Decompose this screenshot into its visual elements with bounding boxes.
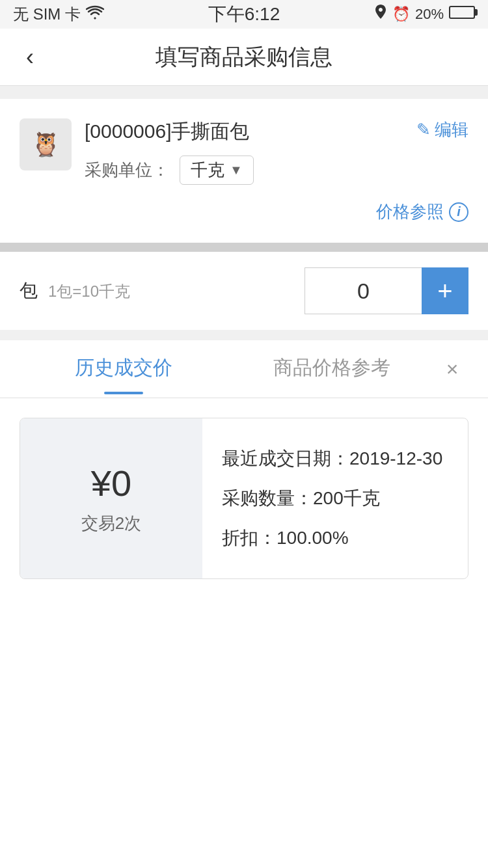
tabs-container: 历史成交价 商品价格参考 × [0, 340, 488, 398]
unit-value: 千克 [191, 159, 224, 182]
edit-button[interactable]: ✎ 编辑 [416, 118, 468, 141]
price-right-panel: 最近成交日期：2019-12-30 采购数量：200千克 折扣：100.00% [202, 418, 468, 578]
wifi-icon [86, 5, 104, 23]
trade-count: 交易2次 [81, 512, 141, 535]
purchase-qty-row: 采购数量：200千克 [222, 484, 448, 513]
product-image: 🦉 [20, 118, 72, 170]
status-time: 下午6:12 [208, 2, 280, 27]
purchase-qty-label: 采购数量： [222, 488, 313, 508]
price-amount: ¥0 [91, 462, 131, 504]
quantity-main-label: 包 [20, 278, 38, 303]
edit-icon: ✎ [416, 120, 431, 140]
page-title: 填写商品采购信息 [156, 42, 332, 72]
recent-date-row: 最近成交日期：2019-12-30 [222, 444, 448, 474]
currency-symbol: ¥ [91, 463, 111, 504]
tab-reference[interactable]: 商品价格参考 [228, 355, 436, 384]
price-left-panel: ¥0 交易2次 [20, 418, 202, 578]
unit-selector[interactable]: 千克 ▼ [180, 156, 254, 185]
product-left: 🦉 [0000006]手撕面包 采购单位： 千克 ▼ [20, 118, 254, 185]
info-icon: i [449, 202, 468, 222]
unit-dropdown-arrow: ▼ [230, 163, 243, 178]
recent-date-label: 最近成交日期： [222, 448, 349, 468]
unit-label: 采购单位： [85, 159, 169, 182]
status-right: ⏰ 20% [374, 5, 475, 24]
purchase-qty-value: 200千克 [313, 488, 380, 508]
quantity-label: 包 1包=10千克 [20, 278, 130, 303]
product-thumbnail: 🦉 [31, 131, 61, 158]
tab-history[interactable]: 历史成交价 [20, 355, 228, 384]
battery-percent: 20% [415, 6, 444, 23]
history-content: ¥0 交易2次 最近成交日期：2019-12-30 采购数量：200千克 折扣：… [0, 398, 488, 599]
product-card: 🦉 [0000006]手撕面包 采购单位： 千克 ▼ ✎ 编辑 价格参照 i [0, 99, 488, 243]
quantity-plus-button[interactable]: + [422, 267, 468, 314]
section-divider [0, 243, 488, 252]
location-icon [374, 5, 387, 24]
quantity-sub-label: 1包=10千克 [48, 281, 130, 302]
tab-close-button[interactable]: × [436, 353, 468, 385]
recent-date-value: 2019-12-30 [349, 448, 442, 468]
quantity-input[interactable] [305, 267, 422, 314]
price-ref-row: 价格参照 i [20, 200, 468, 223]
quantity-controls: + [305, 267, 468, 314]
price-ref-button[interactable]: 价格参照 i [376, 200, 468, 223]
price-card: ¥0 交易2次 最近成交日期：2019-12-30 采购数量：200千克 折扣：… [20, 418, 468, 579]
product-unit-row: 采购单位： 千克 ▼ [85, 156, 254, 185]
edit-label: 编辑 [435, 118, 468, 141]
tab-reference-label: 商品价格参考 [273, 357, 390, 378]
alarm-icon: ⏰ [392, 6, 410, 23]
quantity-row: 包 1包=10千克 + [0, 252, 488, 330]
discount-value: 100.00% [277, 528, 349, 548]
discount-row: 折扣：100.00% [222, 524, 448, 553]
tab-history-label: 历史成交价 [75, 357, 172, 378]
product-info: [0000006]手撕面包 采购单位： 千克 ▼ [85, 118, 254, 185]
battery-icon [449, 6, 475, 23]
discount-label: 折扣： [222, 528, 277, 548]
status-bar: 无 SIM 卡 下午6:12 ⏰ 20% [0, 0, 488, 29]
tabs-header: 历史成交价 商品价格参考 × [0, 340, 488, 398]
sim-label: 无 SIM 卡 [13, 4, 81, 25]
product-header: 🦉 [0000006]手撕面包 采购单位： 千克 ▼ ✎ 编辑 [20, 118, 468, 185]
status-left: 无 SIM 卡 [13, 4, 104, 25]
main-content [0, 599, 488, 868]
product-name: [0000006]手撕面包 [85, 118, 254, 145]
nav-bar: ‹ 填写商品采购信息 [0, 29, 488, 86]
back-button[interactable]: ‹ [20, 37, 40, 77]
price-value: 0 [111, 463, 131, 504]
price-ref-label: 价格参照 [376, 200, 444, 223]
